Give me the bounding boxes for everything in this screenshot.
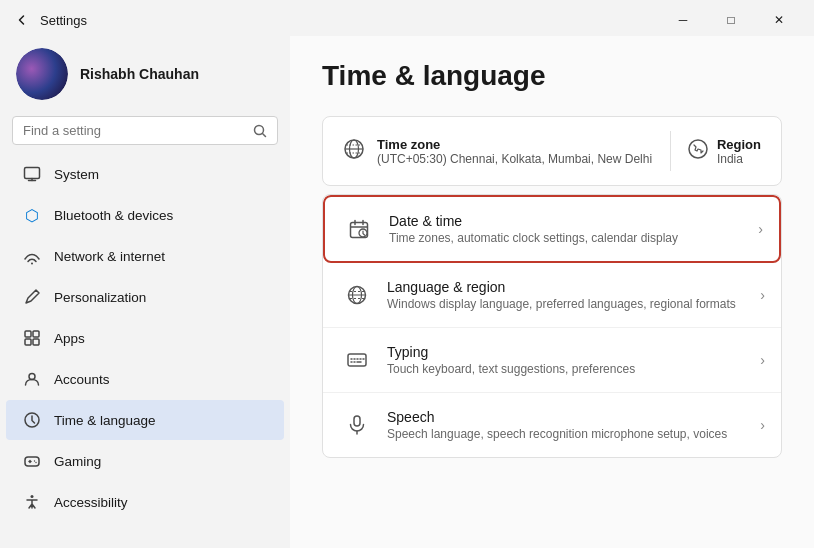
sidebar-item-system[interactable]: System	[6, 154, 284, 194]
svg-rect-1	[25, 168, 40, 179]
search-box[interactable]	[12, 116, 278, 145]
search-input[interactable]	[23, 123, 245, 138]
sidebar-item-time[interactable]: Time & language	[6, 400, 284, 440]
apps-icon	[22, 328, 42, 348]
sidebar-item-system-label: System	[54, 167, 99, 182]
nav-list: System ⬡ Bluetooth & devices Network & i…	[0, 153, 290, 523]
personalization-icon	[22, 287, 42, 307]
timezone-icon	[343, 138, 365, 165]
title-bar-title: Settings	[40, 13, 87, 28]
timezone-region-row: Time zone (UTC+05:30) Chennai, Kolkata, …	[322, 116, 782, 186]
typing-icon	[339, 342, 375, 378]
timezone-divider	[670, 131, 671, 171]
datetime-desc: Time zones, automatic clock settings, ca…	[389, 231, 750, 245]
svg-point-12	[31, 495, 34, 498]
accounts-icon	[22, 369, 42, 389]
datetime-text: Date & time Time zones, automatic clock …	[389, 213, 750, 245]
sidebar-item-gaming-label: Gaming	[54, 454, 101, 469]
sidebar-item-bluetooth[interactable]: ⬡ Bluetooth & devices	[6, 195, 284, 235]
settings-item-datetime[interactable]: Date & time Time zones, automatic clock …	[323, 195, 781, 263]
sidebar-item-gaming[interactable]: Gaming	[6, 441, 284, 481]
sidebar-item-personalization-label: Personalization	[54, 290, 146, 305]
title-bar: Settings ─ □ ✕	[0, 0, 814, 36]
gaming-icon	[22, 451, 42, 471]
page-title: Time & language	[322, 60, 782, 92]
settings-item-speech[interactable]: Speech Speech language, speech recogniti…	[323, 393, 781, 457]
region-section: Region India	[687, 137, 761, 166]
svg-point-2	[31, 263, 33, 265]
avatar-image	[16, 48, 68, 100]
svg-rect-5	[25, 339, 31, 345]
svg-point-7	[29, 374, 35, 380]
sidebar-item-apps[interactable]: Apps	[6, 318, 284, 358]
language-desc: Windows display language, preferred lang…	[387, 297, 752, 311]
datetime-title: Date & time	[389, 213, 750, 229]
language-icon	[339, 277, 375, 313]
speech-text: Speech Speech language, speech recogniti…	[387, 409, 752, 441]
time-icon	[22, 410, 42, 430]
sidebar: Rishabh Chauhan System	[0, 36, 290, 548]
svg-rect-4	[33, 331, 39, 337]
sidebar-item-accounts[interactable]: Accounts	[6, 359, 284, 399]
svg-rect-20	[348, 354, 366, 366]
avatar	[16, 48, 68, 100]
svg-rect-9	[25, 457, 39, 466]
typing-title: Typing	[387, 344, 752, 360]
svg-rect-21	[354, 416, 360, 426]
settings-item-typing[interactable]: Typing Touch keyboard, text suggestions,…	[323, 328, 781, 393]
network-icon	[22, 246, 42, 266]
sidebar-item-time-label: Time & language	[54, 413, 156, 428]
user-name: Rishabh Chauhan	[80, 66, 199, 82]
region-icon	[687, 138, 709, 165]
datetime-icon	[341, 211, 377, 247]
svg-rect-6	[33, 339, 39, 345]
svg-point-11	[35, 462, 36, 463]
bluetooth-icon: ⬡	[22, 205, 42, 225]
region-title: Region	[717, 137, 761, 152]
region-value: India	[717, 152, 761, 166]
svg-point-10	[34, 460, 35, 461]
speech-icon	[339, 407, 375, 443]
timezone-value: (UTC+05:30) Chennai, Kolkata, Mumbai, Ne…	[377, 152, 652, 166]
sidebar-item-apps-label: Apps	[54, 331, 85, 346]
sidebar-item-bluetooth-label: Bluetooth & devices	[54, 208, 173, 223]
sidebar-item-accounts-label: Accounts	[54, 372, 110, 387]
timezone-text: Time zone (UTC+05:30) Chennai, Kolkata, …	[377, 137, 652, 166]
typing-text: Typing Touch keyboard, text suggestions,…	[387, 344, 752, 376]
system-icon	[22, 164, 42, 184]
typing-chevron: ›	[760, 352, 765, 368]
speech-title: Speech	[387, 409, 752, 425]
timezone-section: Time zone (UTC+05:30) Chennai, Kolkata, …	[343, 137, 654, 166]
content-area: Time & language Time zone (UTC+05:30) Ch…	[290, 36, 814, 548]
minimize-button[interactable]: ─	[660, 6, 706, 34]
region-text: Region India	[717, 137, 761, 166]
language-text: Language & region Windows display langua…	[387, 279, 752, 311]
sidebar-item-personalization[interactable]: Personalization	[6, 277, 284, 317]
maximize-button[interactable]: □	[708, 6, 754, 34]
accessibility-icon	[22, 492, 42, 512]
typing-desc: Touch keyboard, text suggestions, prefer…	[387, 362, 752, 376]
back-button[interactable]	[12, 10, 32, 30]
datetime-chevron: ›	[758, 221, 763, 237]
settings-list: Date & time Time zones, automatic clock …	[322, 194, 782, 458]
title-bar-left: Settings	[12, 10, 87, 30]
sidebar-item-accessibility[interactable]: Accessibility	[6, 482, 284, 522]
speech-desc: Speech language, speech recognition micr…	[387, 427, 752, 441]
user-profile[interactable]: Rishabh Chauhan	[0, 36, 290, 116]
main-layout: Rishabh Chauhan System	[0, 36, 814, 548]
close-button[interactable]: ✕	[756, 6, 802, 34]
timezone-title: Time zone	[377, 137, 652, 152]
sidebar-item-network-label: Network & internet	[54, 249, 165, 264]
sidebar-item-accessibility-label: Accessibility	[54, 495, 128, 510]
sidebar-item-network[interactable]: Network & internet	[6, 236, 284, 276]
settings-item-language[interactable]: Language & region Windows display langua…	[323, 263, 781, 328]
speech-chevron: ›	[760, 417, 765, 433]
svg-rect-3	[25, 331, 31, 337]
window-controls: ─ □ ✕	[660, 6, 802, 34]
language-title: Language & region	[387, 279, 752, 295]
search-icon	[253, 124, 267, 138]
language-chevron: ›	[760, 287, 765, 303]
